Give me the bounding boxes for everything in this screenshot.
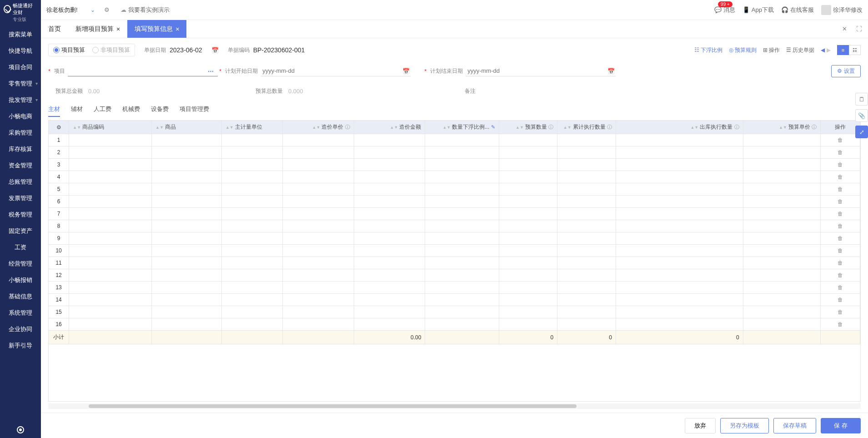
sidebar-settings[interactable] [0,422,41,438]
cell-amount[interactable] [354,232,425,245]
cell-qty[interactable] [499,269,557,282]
cell-budprice[interactable] [743,294,821,306]
cell-ratio[interactable] [425,257,499,269]
cell-cumqty[interactable] [557,269,616,282]
cell-ratio[interactable] [425,269,499,282]
cell-price[interactable] [283,257,354,269]
settings-button[interactable]: ⚙ 设置 [831,65,861,77]
cell-unit[interactable] [221,196,282,208]
col-outqty-header[interactable]: ▲▼出库执行数量 ⓘ [616,121,743,134]
cell-price[interactable] [283,232,354,245]
cell-name[interactable] [152,208,222,220]
cell-price[interactable] [283,282,354,294]
cell-cumqty[interactable] [557,220,616,232]
cell-name[interactable] [152,196,222,208]
cell-name[interactable] [152,245,222,257]
delete-row-icon[interactable]: 🗑 [838,211,843,217]
delete-row-icon[interactable]: 🗑 [838,223,843,229]
col-cumqty-header[interactable]: ▲▼累计执行数量 ⓘ [557,121,616,134]
col-amount-header[interactable]: ▲▼造价金额 [354,121,425,134]
table-row[interactable]: 10 🗑 [49,245,860,257]
cell-cumqty[interactable] [557,146,616,159]
cell-budprice[interactable] [743,196,821,208]
cell-name[interactable] [152,171,222,183]
cell-code[interactable] [69,245,152,257]
cell-amount[interactable] [354,318,425,331]
sidebar-item[interactable]: 项目合同 [0,59,41,76]
cell-budprice[interactable] [743,220,821,232]
delete-row-icon[interactable]: 🗑 [838,272,843,278]
cell-amount[interactable] [354,306,425,318]
cell-price[interactable] [283,220,354,232]
cell-name[interactable] [152,183,222,196]
cell-unit[interactable] [221,294,282,306]
calendar-icon[interactable]: 📅 [402,68,410,75]
cell-amount[interactable] [354,171,425,183]
cell-qty[interactable] [499,220,557,232]
cell-cumqty[interactable] [557,232,616,245]
sidebar-item[interactable]: 基础信息 [0,288,41,305]
cell-qty[interactable] [499,159,557,171]
delete-row-icon[interactable]: 🗑 [838,186,843,192]
cell-ratio[interactable] [425,134,499,146]
sidebar-item[interactable]: 固定资产 [0,223,41,239]
cell-code[interactable] [69,159,152,171]
cell-amount[interactable] [354,245,425,257]
table-row[interactable]: 9 🗑 [49,232,860,245]
cell-name[interactable] [152,269,222,282]
tab-close-icon[interactable]: × [116,26,120,32]
sidebar-item[interactable]: 新手引导 [0,337,41,354]
cell-amount[interactable] [354,269,425,282]
cell-price[interactable] [283,208,354,220]
cell-qty[interactable] [499,171,557,183]
sidebar-item[interactable]: 小畅电商 [0,108,41,125]
delete-row-icon[interactable]: 🗑 [838,198,843,205]
sidebar-item[interactable]: 快捷导航 [0,43,41,59]
cell-code[interactable] [69,183,152,196]
table-row[interactable]: 5 🗑 [49,183,860,196]
cell-amount[interactable] [354,208,425,220]
sidebar-item[interactable]: 工资 [0,239,41,256]
cell-budprice[interactable] [743,208,821,220]
cell-outqty[interactable] [616,220,743,232]
calendar-icon[interactable]: 📅 [607,68,615,75]
cell-price[interactable] [283,171,354,183]
sidebar-item[interactable]: 小畅报销 [0,272,41,288]
cell-code[interactable] [69,306,152,318]
cell-ratio[interactable] [425,220,499,232]
cell-code[interactable] [69,294,152,306]
cell-unit[interactable] [221,232,282,245]
cell-ratio[interactable] [425,245,499,257]
float-notes-icon[interactable]: 🗒 [855,93,868,106]
delete-row-icon[interactable]: 🗑 [838,260,843,266]
cell-unit[interactable] [221,269,282,282]
cell-unit[interactable] [221,159,282,171]
horizontal-scrollbar[interactable] [48,403,861,409]
cell-code[interactable] [69,269,152,282]
col-price-header[interactable]: ▲▼造价单价 ⓘ [283,121,354,134]
cell-outqty[interactable] [616,269,743,282]
help-icon[interactable]: ⓘ [345,124,350,130]
table-row[interactable]: 14 🗑 [49,294,860,306]
cell-price[interactable] [283,183,354,196]
scrollbar-thumb[interactable] [89,404,576,408]
cell-cumqty[interactable] [557,196,616,208]
delete-row-icon[interactable]: 🗑 [838,149,843,156]
cell-qty[interactable] [499,282,557,294]
cell-price[interactable] [283,146,354,159]
operate-link[interactable]: ⊞ 操作 [763,46,780,54]
sidebar-item[interactable]: 库存核算 [0,141,41,157]
end-date-input[interactable] [466,65,616,76]
cell-amount[interactable] [354,159,425,171]
cell-name[interactable] [152,134,222,146]
cell-budprice[interactable] [743,171,821,183]
cell-qty[interactable] [499,294,557,306]
cell-amount[interactable] [354,294,425,306]
cell-ratio[interactable] [425,171,499,183]
cell-cumqty[interactable] [557,245,616,257]
cell-price[interactable] [283,134,354,146]
float-attachment-icon[interactable]: 📎 [855,109,868,122]
cell-qty[interactable] [499,306,557,318]
table-row[interactable]: 12 🗑 [49,269,860,282]
sidebar-item[interactable]: 零售管理 [0,76,41,92]
